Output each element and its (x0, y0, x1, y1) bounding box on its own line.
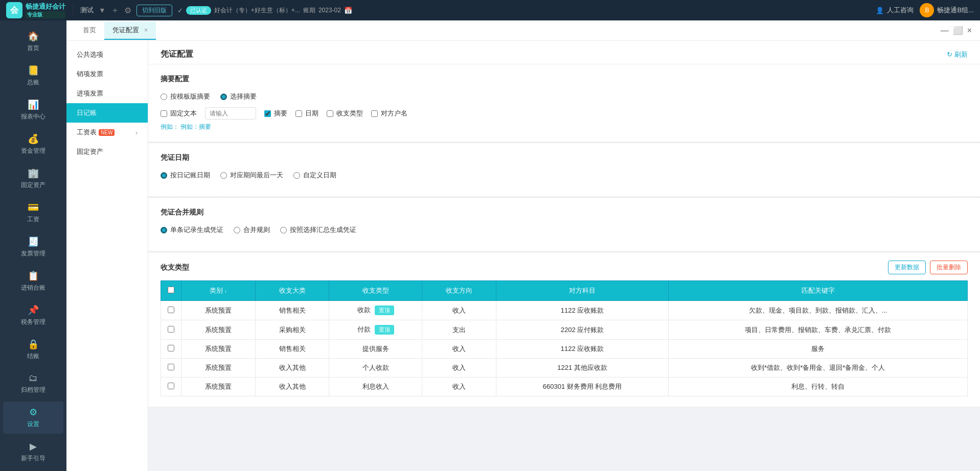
row-checkbox-4[interactable] (168, 383, 174, 389)
radio-custom-date[interactable]: 自定义日期 (293, 171, 336, 180)
radio-merge-rule-input[interactable] (234, 227, 240, 233)
tag-btn-1[interactable]: 置顶 (375, 325, 394, 335)
radio-journal-date[interactable]: 按日记账日期 (161, 171, 210, 180)
sidebar-item-close[interactable]: 🔒 结账 (3, 334, 63, 366)
batch-delete-btn[interactable]: 批量删除 (930, 261, 968, 274)
td-check-4[interactable] (161, 378, 181, 396)
tab-minimize-btn[interactable]: — (941, 26, 949, 35)
row-checkbox-0[interactable] (168, 307, 174, 313)
radio-template-summary[interactable]: 按模板版摘要 (161, 92, 210, 101)
sidebar-item-fund[interactable]: 💰 资金管理 (3, 128, 63, 160)
dropdown-icon[interactable]: ▼ (99, 6, 106, 14)
radio-period-last[interactable]: 对应期间最后一天 (220, 171, 283, 180)
td-check-2[interactable] (161, 340, 181, 359)
settings-icon[interactable]: ⚙ (124, 6, 131, 15)
sidebar-item-tax[interactable]: 📌 税务管理 (3, 299, 63, 332)
table-scroll-area: 类别 收支大类 收支类型 收支方向 对方科目 匹配关键字 (161, 280, 968, 396)
income-type-checkbox[interactable] (327, 110, 333, 117)
sidebar-label-close: 结账 (27, 352, 39, 361)
td-check-1[interactable] (161, 320, 181, 340)
sidebar-label-tax: 税务管理 (21, 318, 45, 326)
radio-total-input[interactable] (280, 227, 287, 233)
refresh-icon: ↻ (947, 51, 952, 58)
checkbox-fixed-text[interactable]: 固定文本 (161, 109, 197, 118)
income-expense-section: 收支类型 更新数据 批量删除 类别 收支大类 (148, 252, 980, 407)
help-area[interactable]: 👤 人工咨询 (876, 6, 914, 15)
summary-checkbox[interactable] (264, 110, 271, 117)
td-direction-3: 收入 (422, 359, 496, 378)
th-check[interactable] (161, 281, 181, 301)
refresh-btn[interactable]: ↻ 刷新 (947, 50, 968, 59)
td-check-3[interactable] (161, 359, 181, 378)
user-area[interactable]: B 畅捷通B组... (920, 3, 974, 17)
sidebar-label-invoice: 发票管理 (21, 249, 45, 258)
checkbox-date[interactable]: 日期 (295, 109, 318, 118)
radio-total[interactable]: 按照选择汇总生成凭证 (280, 225, 356, 234)
radio-single-input[interactable] (161, 227, 167, 233)
td-category-0: 系统预置 (181, 301, 256, 320)
sidebar-label-archive: 归档管理 (21, 386, 45, 394)
checkbox-counterpart[interactable]: 对方户名 (371, 109, 407, 118)
sidebar-item-salary[interactable]: 💳 工资 (3, 197, 63, 229)
td-account-0: 1122 应收账款 (496, 301, 669, 320)
radio-merge-rule[interactable]: 合并规则 (234, 225, 270, 234)
left-nav-journal[interactable]: 日记账 (66, 103, 148, 123)
sidebar-item-report[interactable]: 📊 报表中心 (3, 94, 63, 126)
td-keywords-3: 收到*借款、收到*备用金、退回*备用金、个人 (669, 359, 968, 378)
tab-close-window-btn[interactable]: × (967, 26, 972, 35)
th-account: 对方科目 (496, 281, 669, 301)
fixed-text-input[interactable] (205, 107, 256, 120)
radio-journal-date-input[interactable] (161, 172, 167, 179)
fixed-text-checkbox[interactable] (161, 110, 167, 117)
td-type-2: 提供服务 (329, 340, 422, 359)
sidebar-label-guide: 新手引导 (21, 454, 45, 463)
left-nav-purchase-invoice[interactable]: 进项发票 (66, 84, 148, 103)
radio-period-last-input[interactable] (220, 172, 227, 179)
add-icon[interactable]: ＋ (111, 5, 119, 16)
tag-btn-0[interactable]: 置顶 (375, 305, 394, 315)
checkbox-summary[interactable]: 摘要 (264, 109, 287, 118)
radio-select-summary[interactable]: 选择摘要 (220, 92, 257, 101)
period-label: 账期 (303, 6, 315, 15)
tab-home[interactable]: 首页 (75, 21, 104, 40)
sidebar-item-invoice[interactable]: 🧾 发票管理 (3, 231, 63, 263)
category-sort[interactable]: 类别 (210, 287, 227, 294)
sidebar-item-asset[interactable]: 🏢 固定资产 (3, 162, 63, 195)
td-major-1: 采购相关 (255, 320, 329, 340)
radio-single-record[interactable]: 单条记录生成凭证 (161, 225, 223, 234)
date-checkbox[interactable] (295, 110, 302, 117)
th-category[interactable]: 类别 (181, 281, 256, 301)
update-btn[interactable]: 更新数据 (888, 261, 926, 274)
sidebar-item-guide[interactable]: ▶ 新手引导 (3, 436, 63, 468)
tab-config[interactable]: 凭证配置 × (104, 21, 156, 40)
sidebar-label-ledger: 总账 (27, 78, 39, 87)
sidebar-item-home[interactable]: 🏠 首页 (3, 26, 63, 58)
left-nav-sales-invoice[interactable]: 销项发票 (66, 64, 148, 84)
sidebar-item-ledger[interactable]: 📒 总账 (3, 60, 63, 92)
tab-close-btn[interactable]: × (144, 26, 148, 34)
row-checkbox-2[interactable] (168, 345, 174, 351)
checkbox-income-type[interactable]: 收支类型 (327, 109, 363, 118)
row-checkbox-3[interactable] (168, 364, 174, 370)
td-type-0: 收款 置顶 (329, 301, 422, 320)
td-check-0[interactable] (161, 301, 181, 320)
sidebar-item-archive[interactable]: 🗂 归档管理 (3, 368, 63, 399)
row-checkbox-1[interactable] (168, 326, 174, 333)
left-nav-public[interactable]: 公共选项 (66, 45, 148, 64)
left-nav-payroll[interactable]: 工资表 NEW › (66, 123, 148, 142)
calendar-icon[interactable]: 📅 (344, 7, 352, 14)
switch-btn[interactable]: 切到旧版 (136, 5, 172, 16)
merge-radio-group: 单条记录生成凭证 合并规则 按照选择汇总生成凭证 (161, 225, 968, 234)
sidebar-item-purchase[interactable]: 📋 进销台账 (3, 265, 63, 297)
counterpart-checkbox[interactable] (371, 110, 378, 117)
summary-radio-group: 按模板版摘要 选择摘要 (161, 92, 968, 101)
content-panel: 凭证配置 ↻ 刷新 摘要配置 按模板版摘要 (148, 41, 980, 471)
radio-select-input[interactable] (220, 93, 227, 100)
radio-template-input[interactable] (161, 93, 167, 100)
select-all-checkbox[interactable] (168, 287, 174, 293)
radio-custom-date-input[interactable] (293, 172, 300, 179)
sidebar-item-settings[interactable]: ⚙ 设置 (3, 402, 63, 434)
app-name: 畅捷通好会计 (26, 2, 65, 11)
left-nav-fixed-assets[interactable]: 固定资产 (66, 142, 148, 161)
tab-maximize-btn[interactable]: ⬜ (953, 26, 963, 35)
